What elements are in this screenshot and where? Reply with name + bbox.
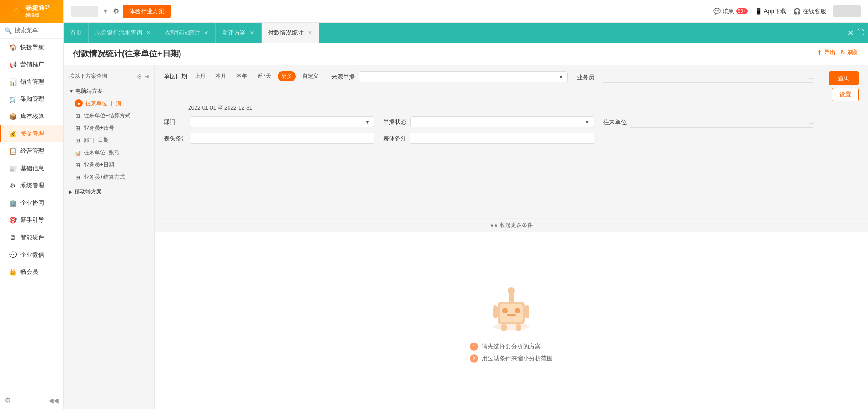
sidebar-item-sales[interactable]: 📊 销售管理 [0, 73, 63, 91]
content-area: 付款情况统计(往来单位+日期) ⬆ 导出 ↻ 刷新 按以下方案查询 ＋ [64, 43, 868, 409]
collapse-scheme-icon[interactable]: ◀ [145, 74, 149, 79]
source-select[interactable]: ▼ [359, 71, 568, 82]
salesperson-ellipsis[interactable]: … [807, 73, 813, 81]
scheme-item-unit-date[interactable]: ● 往来单位+日期 [64, 97, 154, 110]
tab-bar: 首页 现金银行流水查询 ✕ 收款情况统计 ✕ 新建方案 ✕ 付款情况统计 ✕ ✕… [64, 23, 868, 43]
sidebar-item-quick-nav[interactable]: 🏠 快捷导航 [0, 39, 63, 56]
svg-rect-5 [507, 314, 516, 316]
tab-receipt[interactable]: 收款情况统计 ✕ [158, 23, 216, 43]
sidebar-item-weixin[interactable]: 💬 企业微信 [0, 246, 63, 263]
tab-expand-btn[interactable]: ⛶ [857, 29, 864, 37]
scheme-item-unit-date-label: 往来单位+日期 [85, 100, 121, 107]
header-note-label: 表头备注 [164, 135, 187, 143]
tab-payment-stats-label: 付款情况统计 [268, 29, 304, 37]
tab-payment-stats-close[interactable]: ✕ [306, 30, 313, 36]
table-icon-2: ⊞ [75, 125, 81, 131]
company-name-placeholder [71, 6, 98, 17]
query-btn[interactable]: 查询 [829, 71, 859, 85]
collapse-bar[interactable]: ∧∧ 收起更多条件 [155, 218, 868, 232]
app-download-btn[interactable]: 📱 App下载 [755, 7, 786, 15]
sidebar-item-sales-label: 销售管理 [20, 78, 44, 86]
sidebar-settings-icon[interactable]: ⚙ [5, 396, 11, 404]
date-opt-custom[interactable]: 自定义 [299, 71, 322, 81]
dropdown-arrow-icon[interactable]: ▼ [102, 7, 109, 15]
sidebar-nav: 🏠 快捷导航 📢 营销推广 📊 销售管理 🛒 采购管理 📦 库存核算 💰 资金管… [0, 39, 63, 391]
header-note-input[interactable] [191, 133, 374, 144]
svg-rect-2 [500, 304, 523, 322]
message-badge: 99+ [736, 8, 748, 14]
doc-status-select[interactable]: ▼ [410, 116, 594, 127]
section-collapse-icon[interactable]: ▼ [69, 89, 74, 94]
tab-close-all-btn[interactable]: ✕ [848, 29, 853, 37]
tab-home[interactable]: 首页 [64, 23, 89, 43]
page-header-actions: ⬆ 导出 ↻ 刷新 [817, 48, 859, 62]
messages-btn[interactable]: 💬 消息 99+ [713, 7, 748, 15]
sidebar-item-fund[interactable]: 💰 资金管理 [0, 125, 63, 142]
section-title-label: 电脑端方案 [75, 87, 103, 95]
top-header-left: ▼ ⚙ 体验行业方案 [71, 5, 709, 18]
sidebar-collapse-icon[interactable]: ◀◀ [49, 397, 59, 404]
scheme-item-unit-payment[interactable]: ⊞ 往来单位+结算方式 [64, 110, 154, 122]
sidebar-item-smart-label: 智能硬件 [20, 233, 44, 242]
doc-status-dropdown-icon: ▼ [584, 119, 590, 125]
scheme-header: 按以下方案查询 ＋ ⚙ ◀ [64, 70, 154, 83]
counterparty-ellipsis[interactable]: … [807, 118, 813, 126]
scheme-section-mobile-title[interactable]: ▶ 移动端方案 [64, 186, 154, 197]
sidebar-item-marketing-label: 营销推广 [20, 61, 44, 69]
system-icon: ⚙ [9, 182, 17, 190]
fund-icon: 💰 [9, 130, 17, 138]
mobile-icon: 📱 [755, 8, 762, 15]
date-opt-last-month[interactable]: 上月 [191, 71, 209, 81]
settings-scheme-icon[interactable]: ⚙ [136, 73, 142, 80]
source-label: 来源单据 [331, 73, 355, 81]
scheme-item-dept-date[interactable]: ⊞ 部门+日期 [64, 134, 154, 146]
sidebar-item-operations[interactable]: 📋 经营管理 [0, 142, 63, 160]
body-note-input[interactable] [410, 133, 594, 144]
filter-body-note-item: 表体备注 [383, 133, 594, 144]
section-expand-icon[interactable]: ▶ [69, 189, 73, 194]
date-opt-this-month[interactable]: 本月 [212, 71, 230, 81]
counterparty-label: 往来单位 [603, 118, 627, 126]
user-avatar[interactable] [833, 5, 861, 17]
sidebar-item-smart[interactable]: 🖥 智能硬件 [0, 229, 63, 246]
sidebar-item-inventory[interactable]: 📦 库存核算 [0, 108, 63, 125]
sidebar-item-basic-label: 基础信息 [20, 164, 44, 172]
sidebar-item-member[interactable]: 👑 畅会员 [0, 263, 63, 281]
tab-payment-stats[interactable]: 付款情况统计 ✕ [262, 23, 319, 43]
date-opt-more[interactable]: 更多 [278, 71, 296, 81]
date-opt-this-year[interactable]: 本年 [233, 71, 251, 81]
tab-bank-close[interactable]: ✕ [145, 30, 151, 36]
search-menu[interactable]: 🔍 搜索菜单 [0, 23, 63, 39]
try-industry-btn[interactable]: 体验行业方案 [123, 5, 171, 18]
svg-point-3 [502, 308, 508, 313]
sidebar-item-purchase[interactable]: 🛒 采购管理 [0, 91, 63, 108]
sidebar-item-fund-label: 资金管理 [20, 130, 44, 138]
export-btn[interactable]: ⬆ 导出 [817, 48, 836, 56]
scheme-item-staff-account[interactable]: ⊞ 业务员+账号 [64, 122, 154, 134]
settings-btn[interactable]: 设置 [832, 88, 859, 101]
scheme-item-staff-payment[interactable]: ⊞ 业务员+结算方式 [64, 171, 154, 183]
sidebar-item-system[interactable]: ⚙ 系统管理 [0, 177, 63, 194]
sidebar-item-basic[interactable]: 📰 基础信息 [0, 160, 63, 177]
scheme-item-staff-payment-label: 业务员+结算方式 [84, 173, 125, 181]
sidebar-item-marketing[interactable]: 📢 营销推广 [0, 56, 63, 73]
tab-bank[interactable]: 现金银行流水查询 ✕ [89, 23, 158, 43]
sidebar-item-enterprise[interactable]: 🏢 企业协同 [0, 194, 63, 212]
sidebar-item-guide[interactable]: 🎯 新手引导 [0, 212, 63, 229]
filter-scheme-container: 按以下方案查询 ＋ ⚙ ◀ ▼ 电脑端方案 ● 往来单位+日期 [64, 65, 868, 409]
add-scheme-icon[interactable]: ＋ [126, 71, 134, 81]
main-area: ▼ ⚙ 体验行业方案 💬 消息 99+ 📱 App下载 🎧 在线客服 首页 [64, 0, 868, 409]
scheme-item-unit-account[interactable]: 📊 往来单位+账号 [64, 146, 154, 159]
tab-new-scheme[interactable]: 新建方案 ✕ [216, 23, 262, 43]
tab-receipt-close[interactable]: ✕ [203, 30, 209, 36]
date-opt-7days[interactable]: 近7天 [254, 71, 275, 81]
tab-receipt-label: 收款情况统计 [165, 29, 200, 37]
active-dot-icon: ● [75, 99, 83, 107]
refresh-btn[interactable]: ↻ 刷新 [840, 48, 859, 56]
header-settings-icon[interactable]: ⚙ [113, 7, 119, 15]
scheme-item-staff-date[interactable]: ⊞ 业务员+日期 [64, 159, 154, 171]
app-download-label: App下载 [764, 7, 786, 15]
online-service-btn[interactable]: 🎧 在线客服 [793, 7, 826, 15]
tab-new-scheme-close[interactable]: ✕ [249, 30, 255, 36]
dept-select[interactable]: ▼ [190, 116, 374, 127]
